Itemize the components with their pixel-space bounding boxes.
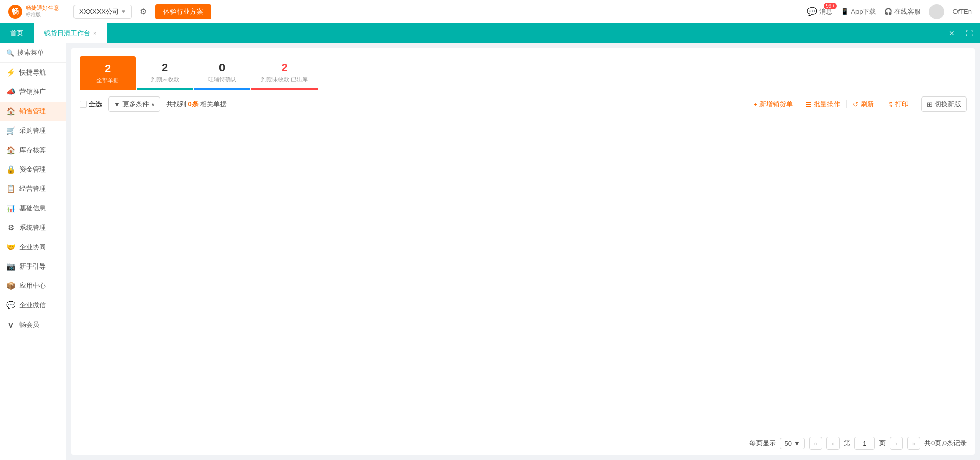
- online-service-label: 在线客服: [894, 7, 921, 16]
- sidebar-item-marketing[interactable]: 📣 营销推广: [0, 82, 66, 102]
- prev-page-button[interactable]: ‹: [826, 437, 840, 450]
- settings-button[interactable]: ⚙: [136, 4, 151, 19]
- divider: [799, 100, 799, 108]
- stat-shipped-number: 2: [281, 61, 287, 75]
- nav-tabs-bar: 首页 钱货日清工作台 × ✕ ⛶: [0, 23, 980, 43]
- download-icon: 📱: [841, 8, 849, 15]
- sidebar-item-quicknav[interactable]: ⚡ 快捷导航: [0, 63, 66, 82]
- tab-expand-button[interactable]: ⛶: [963, 27, 976, 40]
- sidebar-item-system[interactable]: ⚙ 系统管理: [0, 218, 66, 237]
- sidebar: 🔍 搜索菜单 ⚡ 快捷导航 📣 营销推广 🏠 销售管理 🛒 采购管理 🏠 库存核…: [0, 43, 66, 460]
- page-content: 2 全部单据 2 到期未收款 0 旺辅待确认 2 到期未收款 已出库: [71, 48, 975, 455]
- newbie-icon: 📷: [6, 262, 15, 271]
- add-sales-order-button[interactable]: + 新增销货单: [753, 100, 793, 109]
- logo-sub: 标准版: [26, 11, 59, 18]
- stat-all-label: 全部单据: [96, 77, 119, 84]
- sidebar-item-enterprise[interactable]: 🤝 企业协同: [0, 237, 66, 257]
- system-icon: ⚙: [6, 223, 15, 232]
- logo-icon: 畅: [8, 5, 22, 19]
- app-download-link[interactable]: 📱 App下载: [841, 7, 876, 16]
- sidebar-item-purchase[interactable]: 🛒 采购管理: [0, 121, 66, 140]
- pagination-bar: 每页显示 50 ▼ « ‹ 第 页 › » 共0页,0条记录: [71, 431, 975, 455]
- sidebar-item-label: 基础信息: [19, 204, 46, 213]
- sidebar-item-label: 企业协同: [19, 243, 46, 252]
- filter-label: 更多条件: [122, 100, 149, 109]
- filter-button[interactable]: ▼ 更多条件 ∨: [108, 96, 160, 112]
- page-number-input[interactable]: [854, 437, 875, 450]
- content-area: 2 全部单据 2 到期未收款 0 旺辅待确认 2 到期未收款 已出库: [66, 43, 980, 460]
- tab-home[interactable]: 首页: [0, 23, 34, 43]
- plus-icon: +: [753, 101, 757, 108]
- tab-controls: ✕ ⛶: [945, 27, 980, 40]
- tab-close-button[interactable]: ✕: [945, 27, 959, 40]
- stat-tab-pending[interactable]: 0 旺辅待确认: [194, 56, 250, 90]
- sidebar-item-label: 销售管理: [19, 107, 46, 116]
- sidebar-item-sales[interactable]: 🏠 销售管理: [0, 102, 66, 121]
- refresh-button[interactable]: ↺ 刷新: [853, 100, 874, 109]
- filter-icon: ▼: [114, 101, 120, 108]
- sidebar-item-finance[interactable]: 🔒 资金管理: [0, 160, 66, 179]
- table-area: [71, 118, 975, 431]
- batch-label: 批量操作: [814, 100, 840, 109]
- toolbar-right: + 新增销货单 ☰ 批量操作 ↺ 刷新 🖨: [753, 96, 967, 112]
- sidebar-item-wechat[interactable]: 💬 企业微信: [0, 296, 66, 315]
- chevron-down-icon: ∨: [151, 102, 155, 107]
- switch-version-button[interactable]: ⊞ 切换新版: [921, 96, 967, 112]
- page-label: 第: [844, 439, 850, 448]
- first-page-button[interactable]: «: [809, 437, 822, 450]
- print-button[interactable]: 🖨 打印: [887, 100, 909, 109]
- sidebar-item-label: 库存核算: [19, 146, 46, 155]
- switch-icon: ⊞: [927, 101, 933, 108]
- tab-workbench[interactable]: 钱货日清工作台 ×: [34, 23, 107, 43]
- tab-close-icon[interactable]: ×: [93, 30, 96, 36]
- chevron-down-icon: ▼: [121, 9, 126, 14]
- experience-button[interactable]: 体验行业方案: [155, 4, 211, 19]
- sidebar-item-label: 经营管理: [19, 184, 46, 193]
- basicinfo-icon: 📊: [6, 204, 15, 213]
- logo-name: 畅捷通好生意: [26, 5, 59, 11]
- finance-icon: 🔒: [6, 165, 15, 174]
- select-all-checkbox[interactable]: 全选: [80, 100, 102, 109]
- print-label: 打印: [895, 100, 909, 109]
- sidebar-item-basicinfo[interactable]: 📊 基础信息: [0, 199, 66, 218]
- stat-shipped-label: 到期未收款 已出库: [261, 76, 308, 83]
- stat-overdue-label: 到期未收款: [151, 76, 179, 83]
- sidebar-item-inventory[interactable]: 🏠 库存核算: [0, 140, 66, 160]
- company-name: XXXXXX公司: [79, 7, 119, 16]
- sidebar-item-appcenter[interactable]: 📦 应用中心: [0, 276, 66, 296]
- next-page-button[interactable]: ›: [890, 437, 903, 450]
- last-page-button[interactable]: »: [907, 437, 920, 450]
- sidebar-item-label: 畅会员: [19, 320, 39, 329]
- notification-area[interactable]: 💬 消息 99+: [807, 7, 832, 16]
- sidebar-search-label: 搜索菜单: [17, 48, 44, 57]
- appcenter-icon: 📦: [6, 281, 15, 290]
- switch-label: 切换新版: [935, 100, 961, 109]
- stat-pending-label: 旺辅待确认: [208, 76, 236, 83]
- batch-operation-button[interactable]: ☰ 批量操作: [805, 100, 840, 109]
- divider2: [846, 100, 847, 108]
- main-layout: 🔍 搜索菜单 ⚡ 快捷导航 📣 营销推广 🏠 销售管理 🛒 采购管理 🏠 库存核…: [0, 43, 980, 460]
- divider4: [915, 100, 915, 108]
- stat-tab-shipped[interactable]: 2 到期未收款 已出库: [251, 56, 318, 90]
- sidebar-item-newbie[interactable]: 📷 新手引导: [0, 257, 66, 276]
- sidebar-item-member[interactable]: V 畅会员: [0, 315, 66, 334]
- tab-workbench-label: 钱货日清工作台: [44, 29, 90, 38]
- member-icon: V: [6, 320, 15, 329]
- refresh-label: 刷新: [861, 100, 874, 109]
- sidebar-search[interactable]: 🔍 搜索菜单: [0, 43, 66, 63]
- select-all-label: 全选: [89, 100, 102, 109]
- stat-tab-all[interactable]: 2 全部单据: [80, 56, 136, 90]
- toolbar: 全选 ▼ 更多条件 ∨ 共找到 0条 相关单据 + 新增销货单: [71, 90, 975, 118]
- sidebar-item-operations[interactable]: 📋 经营管理: [0, 179, 66, 199]
- stat-tab-overdue[interactable]: 2 到期未收款: [137, 56, 193, 90]
- header-right: 💬 消息 99+ 📱 App下载 🎧 在线客服 OfTEn: [807, 4, 972, 19]
- username[interactable]: OfTEn: [952, 8, 972, 15]
- sidebar-item-label: 系统管理: [19, 223, 46, 232]
- page-size-selector[interactable]: 50 ▼: [780, 438, 805, 449]
- online-service-link[interactable]: 🎧 在线客服: [884, 7, 921, 16]
- batch-icon: ☰: [805, 101, 812, 108]
- avatar[interactable]: [929, 4, 944, 19]
- print-icon: 🖨: [887, 101, 893, 108]
- company-selector[interactable]: XXXXXX公司 ▼: [74, 5, 132, 19]
- sidebar-item-label: 新手引导: [19, 262, 46, 271]
